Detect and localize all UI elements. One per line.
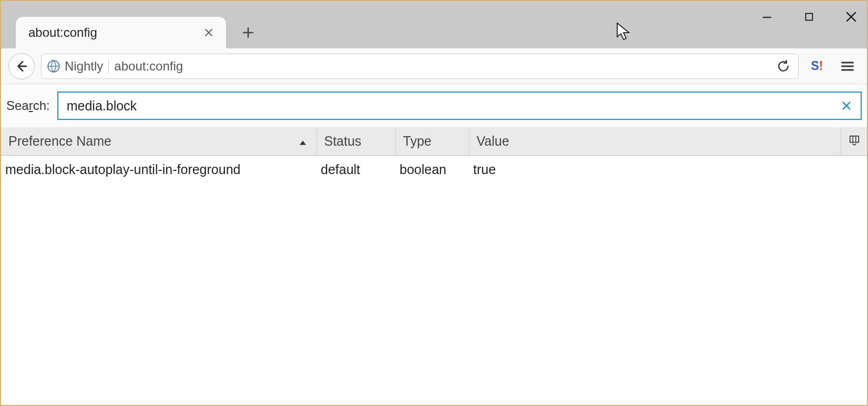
- search-row: Search:: [1, 84, 867, 127]
- cell-type: boolean: [395, 156, 469, 184]
- identity-label: Nightly: [65, 59, 103, 74]
- identity-box[interactable]: Nightly: [47, 59, 109, 74]
- table-row[interactable]: media.block-autoplay-until-in-foreground…: [1, 156, 867, 184]
- clear-icon: [841, 100, 852, 111]
- reload-button[interactable]: [774, 57, 793, 76]
- table-header-row: Preference Name Status Type Value: [1, 127, 867, 156]
- minimize-button[interactable]: [757, 6, 778, 27]
- app-menu-button[interactable]: [835, 54, 860, 78]
- prefs-table: Preference Name Status Type Value: [1, 127, 867, 184]
- reload-icon: [777, 59, 790, 73]
- svg-rect-2: [850, 136, 859, 143]
- back-button[interactable]: [8, 53, 35, 79]
- search-box[interactable]: [57, 92, 862, 120]
- url-text: about:config: [114, 59, 769, 74]
- sort-ascending-icon: [299, 134, 307, 149]
- hamburger-icon: [840, 59, 855, 74]
- col-header-type-label: Type: [403, 134, 432, 148]
- maximize-button[interactable]: [799, 6, 820, 27]
- close-icon: [844, 10, 858, 24]
- cell-value: true: [469, 156, 841, 184]
- tab-title: about:config: [28, 25, 201, 40]
- col-header-status-label: Status: [324, 134, 362, 148]
- maximize-icon: [803, 11, 815, 23]
- close-tab-button[interactable]: [201, 25, 217, 40]
- mouse-cursor: [616, 22, 631, 43]
- cell-status: default: [316, 156, 395, 184]
- minimize-icon: [761, 11, 773, 23]
- close-icon: [203, 27, 214, 38]
- cell-pref: media.block-autoplay-until-in-foreground: [1, 156, 316, 184]
- extension-icon: S!: [811, 59, 823, 73]
- close-window-button[interactable]: [841, 6, 862, 27]
- search-input[interactable]: [67, 98, 838, 114]
- extension-button[interactable]: S!: [805, 54, 829, 78]
- col-header-value[interactable]: Value: [469, 127, 841, 156]
- window-controls: [757, 6, 862, 27]
- col-header-pref-label: Preference Name: [8, 134, 111, 148]
- browser-tab[interactable]: about:config: [16, 17, 226, 48]
- col-header-status[interactable]: Status: [316, 127, 395, 156]
- col-header-type[interactable]: Type: [395, 127, 469, 156]
- search-label: Search:: [6, 98, 50, 113]
- plus-icon: [241, 26, 255, 39]
- prefs-table-wrap: Preference Name Status Type Value: [1, 127, 867, 405]
- nav-toolbar: Nightly about:config S!: [1, 48, 867, 84]
- url-bar[interactable]: Nightly about:config: [41, 54, 799, 79]
- search-clear-button[interactable]: [838, 97, 855, 115]
- col-header-pref[interactable]: Preference Name: [1, 127, 316, 156]
- titlebar: about:config: [1, 1, 867, 48]
- new-tab-button[interactable]: [236, 20, 261, 45]
- svg-rect-0: [806, 14, 813, 21]
- globe-icon: [47, 59, 60, 73]
- cell-empty: [841, 156, 867, 184]
- col-header-value-label: Value: [477, 134, 509, 148]
- column-picker-icon: [849, 134, 860, 146]
- arrow-left-icon: [15, 59, 28, 73]
- column-picker-button[interactable]: [841, 127, 867, 156]
